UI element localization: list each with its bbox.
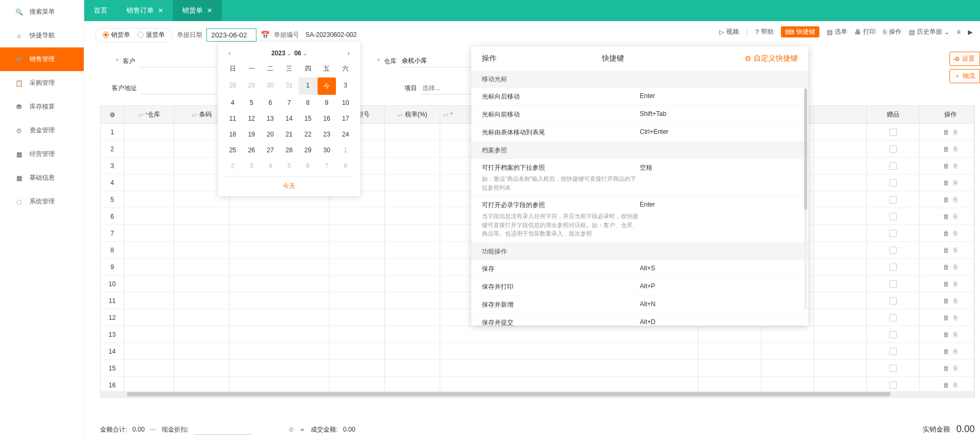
th-tax[interactable]: ▴▾税率(%) <box>385 106 440 123</box>
copy-icon[interactable]: ⎘ <box>954 382 957 389</box>
list-icon[interactable]: ≡ <box>957 28 961 36</box>
copy-icon[interactable]: ⎘ <box>954 348 957 355</box>
cal-day-out[interactable]: 30 <box>261 77 280 95</box>
gift-checkbox[interactable] <box>889 297 897 305</box>
cal-today-button[interactable]: 今天 <box>223 176 355 196</box>
tab-0[interactable]: 首页 <box>84 0 117 21</box>
cal-day[interactable]: 30 <box>318 142 336 158</box>
cal-day-out[interactable]: 4 <box>261 158 280 174</box>
cal-day[interactable]: 3 <box>336 77 355 95</box>
video-button[interactable]: ▷ 视频 <box>719 27 739 36</box>
gift-checkbox[interactable] <box>889 196 897 203</box>
form-more-icon[interactable]: ⋯ <box>953 56 959 63</box>
sidebar-item-3[interactable]: 📋采购管理 <box>0 71 84 95</box>
tab-1[interactable]: 销售订单✕ <box>117 0 173 21</box>
tab-2[interactable]: 销货单✕ <box>173 0 222 21</box>
tab-close-icon[interactable]: ✕ <box>207 7 212 14</box>
copy-icon[interactable]: ⎘ <box>954 297 957 305</box>
cal-day-out[interactable]: 28 <box>223 77 242 95</box>
copy-icon[interactable]: ⎘ <box>954 247 957 254</box>
delete-icon[interactable]: 🗑 <box>943 230 949 237</box>
cal-day-out[interactable]: 5 <box>280 158 299 174</box>
cal-day[interactable]: 15 <box>299 111 318 126</box>
copy-icon[interactable]: ⎘ <box>954 365 957 372</box>
delete-icon[interactable]: 🗑 <box>943 213 949 220</box>
th-warehouse[interactable]: ▴▾*仓库 <box>124 106 174 123</box>
delete-icon[interactable]: 🗑 <box>943 331 949 338</box>
calendar-icon[interactable]: 📅 <box>261 31 270 39</box>
sidebar-item-8[interactable]: ◌系统管理 <box>0 190 84 213</box>
cal-day-out[interactable]: 6 <box>299 158 318 174</box>
date-input[interactable] <box>206 28 256 42</box>
copy-icon[interactable]: ⎘ <box>954 331 957 338</box>
delete-icon[interactable]: 🗑 <box>943 145 949 153</box>
tab-close-icon[interactable]: ✕ <box>158 7 163 14</box>
cal-day[interactable]: 11 <box>223 111 242 126</box>
discount-input[interactable] <box>194 424 252 435</box>
cal-prev-icon[interactable]: ‹ <box>225 50 234 57</box>
th-amt[interactable] <box>814 106 867 123</box>
cal-day[interactable]: 14 <box>280 111 299 126</box>
h-scrollbar[interactable] <box>101 391 974 397</box>
cal-month[interactable]: 06 <box>294 50 307 57</box>
cal-next-icon[interactable]: › <box>344 50 353 57</box>
cal-day[interactable]: 28 <box>280 142 299 158</box>
ops-button[interactable]: ⎘ 操作 <box>883 27 902 36</box>
cal-day[interactable]: 4 <box>223 95 242 111</box>
cal-day[interactable]: 10 <box>336 95 355 111</box>
delete-icon[interactable]: 🗑 <box>943 179 949 187</box>
hotkey-button[interactable]: ⌨ 快捷键 <box>781 26 819 37</box>
table-row[interactable]: 13🗑⎘ <box>101 326 974 343</box>
delete-icon[interactable]: 🗑 <box>943 280 949 288</box>
cal-day-out[interactable]: 1 <box>336 142 355 158</box>
sidebar-item-2[interactable]: 🛒销售管理 <box>0 47 84 71</box>
gift-checkbox[interactable] <box>889 365 897 372</box>
cal-day[interactable]: 8 <box>299 95 318 111</box>
cal-day[interactable]: 12 <box>242 111 261 126</box>
delete-icon[interactable]: 🗑 <box>943 196 949 203</box>
gift-checkbox[interactable] <box>889 230 897 237</box>
doc-type-radio[interactable]: 销货单 退货单 <box>95 28 173 42</box>
gift-checkbox[interactable] <box>889 263 897 271</box>
gift-checkbox[interactable] <box>889 129 897 136</box>
copy-icon[interactable]: ⎘ <box>954 196 957 203</box>
cal-day[interactable]: 29 <box>299 142 318 158</box>
copy-icon[interactable]: ⎘ <box>954 129 957 136</box>
cal-day[interactable]: 24 <box>336 126 355 142</box>
copy-icon[interactable]: ⎘ <box>954 162 957 170</box>
copy-icon[interactable]: ⎘ <box>954 263 957 271</box>
cal-day[interactable]: 1 <box>299 77 318 95</box>
cal-day-out[interactable]: 31 <box>280 77 299 95</box>
cal-day[interactable]: 13 <box>261 111 280 126</box>
cal-day-out[interactable]: 7 <box>318 158 336 174</box>
cal-day[interactable]: 5 <box>242 95 261 111</box>
sidebar-item-7[interactable]: ▦基础信息 <box>0 166 84 190</box>
custom-hotkey-button[interactable]: ⚙自定义快捷键 <box>745 54 798 63</box>
table-row[interactable]: 15🗑⎘ <box>101 360 974 377</box>
delete-icon[interactable]: 🗑 <box>943 247 949 254</box>
table-row[interactable]: 14🗑⎘ <box>101 343 974 360</box>
delete-icon[interactable]: 🗑 <box>943 297 949 305</box>
cal-day[interactable]: 16 <box>318 111 336 126</box>
copy-icon[interactable]: ⎘ <box>954 145 957 153</box>
sidebar-item-1[interactable]: ⌂快捷导航 <box>0 24 84 47</box>
copy-icon[interactable]: ⎘ <box>954 314 957 321</box>
cal-day[interactable]: 19 <box>242 126 261 142</box>
gift-checkbox[interactable] <box>889 280 897 288</box>
sc-scrollbar[interactable] <box>804 89 807 310</box>
sidebar-item-6[interactable]: ▦经营管理 <box>0 142 84 166</box>
gift-checkbox[interactable] <box>889 162 897 170</box>
gift-checkbox[interactable] <box>889 314 897 321</box>
delete-icon[interactable]: 🗑 <box>943 382 949 389</box>
info-icon[interactable]: ⊘ <box>289 426 294 433</box>
delete-icon[interactable]: 🗑 <box>943 263 949 271</box>
gift-checkbox[interactable] <box>889 331 897 338</box>
gift-checkbox[interactable] <box>889 213 897 220</box>
cal-day[interactable]: 17 <box>336 111 355 126</box>
print-button[interactable]: 🖶 打印 <box>855 27 876 36</box>
gift-checkbox[interactable] <box>889 179 897 187</box>
delete-icon[interactable]: 🗑 <box>943 314 949 321</box>
cal-year[interactable]: 2023 <box>271 50 291 57</box>
copy-icon[interactable]: ⎘ <box>954 213 957 220</box>
pick-button[interactable]: ▤ 选单 <box>827 27 847 36</box>
